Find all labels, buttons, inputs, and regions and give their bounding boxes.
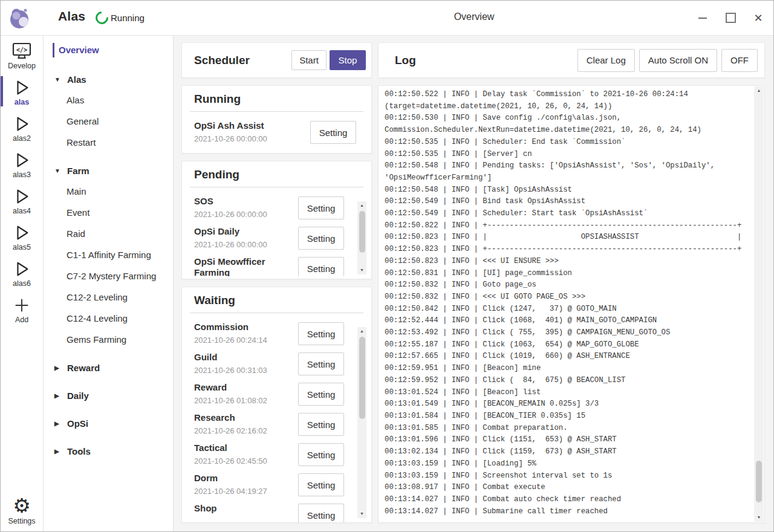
log-line: Commission.Scheduler.NextRun=datetime.da… [385, 125, 743, 137]
nav-item-event[interactable]: Event [44, 207, 173, 219]
minimize-button[interactable] [697, 13, 708, 24]
setting-button[interactable]: Setting [298, 322, 344, 345]
chevron-right-icon: ▶ [54, 448, 62, 455]
setting-button[interactable]: Setting [298, 257, 344, 276]
nav-item-c12-4-leveling[interactable]: C12-4 Leveling [44, 313, 173, 325]
setting-button[interactable]: Setting [298, 352, 344, 375]
nav-item-c12-2-leveling[interactable]: C12-2 Leveling [44, 291, 173, 303]
titlebar: Alas Running Overview ✕ [1, 1, 773, 36]
log-line: 00:13:03.159 | INFO | [Loading] 5% [385, 458, 743, 470]
app-window: Alas Running Overview ✕ </>Developalasal… [0, 0, 774, 532]
rail-item-alas3[interactable]: alas3 [1, 147, 43, 183]
scroll-up-icon[interactable]: ▲ [357, 328, 366, 335]
app-title: Alas [58, 9, 85, 24]
nav-section-daily[interactable]: ▶Daily [44, 389, 173, 401]
minimize-icon [698, 18, 707, 19]
clear-log-button[interactable]: Clear Log [577, 49, 635, 72]
task-name: Commission [194, 322, 267, 332]
nav-item-overview[interactable]: Overview [44, 43, 173, 57]
log-line: 00:13:14.027 | INFO | Submarine call tim… [385, 506, 743, 518]
rail-item-label: alas6 [13, 279, 31, 288]
log-scrollbar[interactable]: ▲ ▼ [754, 86, 764, 522]
nav-section-tools[interactable]: ▶Tools [44, 445, 173, 457]
task-info: OpSi Daily2021-10-26 00:00:00 [194, 226, 267, 249]
scroll-down-icon[interactable]: ▼ [357, 510, 366, 517]
task-next-run-time: 2021-10-26 02:16:02 [194, 426, 267, 435]
nav-item-general[interactable]: General [44, 115, 173, 128]
waiting-scrollbar[interactable]: ▲ ▼ [357, 327, 366, 518]
stop-button[interactable]: Stop [330, 50, 366, 70]
scheduler-panel: Scheduler Start Stop [181, 42, 372, 78]
setting-button[interactable]: Setting [298, 504, 344, 523]
nav-item-main[interactable]: Main [44, 186, 173, 198]
nav-item-restart[interactable]: Restart [44, 137, 173, 149]
log-line: 00:12:50.832 | INFO | <<< UI GOTO PAGE_O… [385, 291, 743, 303]
nav-section-opsi[interactable]: ▶OpSi [44, 417, 173, 429]
log-line: 00:12:50.832 | INFO | Goto page_os [385, 279, 743, 291]
nav-section-farm[interactable]: ▼Farm [44, 164, 173, 177]
rail-item-settings[interactable]: ⚙ Settings [1, 493, 43, 529]
pending-scrollbar[interactable]: ▲ ▼ [357, 201, 366, 274]
rail-item-label: alas4 [13, 207, 31, 215]
setting-button[interactable]: Setting [310, 121, 356, 144]
task-name: OpSi Ash Assist [194, 120, 267, 131]
nav-item-c7-2-mystery-farming[interactable]: C7-2 Mystery Farming [44, 270, 173, 282]
autoscroll-on-button[interactable]: Auto Scroll ON [639, 49, 717, 72]
nav-item-gems-farming[interactable]: Gems Farming [44, 334, 173, 346]
task-next-run-time: 2021-10-26 04:19:27 [194, 487, 267, 496]
rail-item-add[interactable]: Add [1, 292, 43, 328]
setting-button[interactable]: Setting [298, 383, 344, 406]
task-row: ShopSetting [182, 498, 371, 523]
scroll-up-icon[interactable]: ▲ [754, 87, 764, 94]
log-line: 00:13:02.134 | INFO | Click (1159, 673) … [385, 446, 743, 458]
log-line: 00:13:01.524 | INFO | [Beacon] list [385, 387, 743, 399]
setting-button[interactable]: Setting [298, 227, 344, 250]
setting-button[interactable]: Setting [298, 196, 344, 219]
task-next-run-time: 2021-10-26 00:31:03 [194, 366, 267, 375]
rail-item-alas2[interactable]: alas2 [1, 111, 43, 147]
nav-item-alas[interactable]: Alas [44, 94, 173, 106]
nav-section-reward[interactable]: ▶Reward [44, 362, 173, 374]
rail-item-label: alas5 [13, 243, 31, 251]
scroll-down-icon[interactable]: ▼ [754, 514, 764, 521]
scheduler-status: Running [96, 11, 145, 24]
nav-item-c1-1-affinity-farming[interactable]: C1-1 Affinity Farming [44, 249, 173, 261]
setting-button[interactable]: Setting [298, 473, 344, 496]
pending-title: Pending [194, 168, 359, 181]
scroll-down-icon[interactable]: ▼ [357, 267, 366, 274]
setting-button[interactable]: Setting [298, 443, 344, 466]
task-name: OpSi Daily [194, 226, 267, 237]
task-row: Tactical2021-10-26 02:45:50Setting [182, 438, 371, 468]
rail-item-alas4[interactable]: alas4 [1, 183, 43, 219]
log-line: 00:13:08.917 | INFO | Combat execute [385, 482, 743, 494]
scroll-up-icon[interactable]: ▲ [357, 202, 366, 209]
scrollbar-thumb[interactable] [359, 211, 365, 253]
rail-item-alas[interactable]: alas [1, 74, 43, 111]
task-info: OpSi Ash Assist2021-10-26 00:00:00 [194, 120, 267, 143]
pending-panel: Pending SOS2021-10-26 00:00:00SettingOpS… [181, 161, 372, 279]
log-line: 00:12:50.548 | INFO | [Task] OpsiAshAssi… [385, 184, 743, 196]
scrollbar-thumb[interactable] [359, 337, 365, 419]
chevron-right-icon: ▶ [54, 392, 62, 399]
log-line: 00:12:52.444 | INFO | Click (1068, 401) … [385, 315, 743, 327]
chevron-down-icon: ▼ [54, 167, 62, 174]
rail-item-alas6[interactable]: alas6 [1, 256, 43, 292]
maximize-button[interactable] [725, 13, 736, 24]
log-line: 00:12:57.665 | INFO | Click (1019, 660) … [385, 351, 743, 363]
rail-item-label: alas [15, 98, 29, 106]
log-line: 00:12:50.549 | INFO | Scheduler: Start t… [385, 208, 743, 220]
autoscroll-off-button[interactable]: OFF [721, 49, 758, 72]
task-info: Tactical2021-10-26 02:45:50 [194, 443, 267, 465]
rail-item-develop[interactable]: </>Develop [1, 38, 43, 74]
close-button[interactable]: ✕ [753, 13, 764, 24]
log-line: 00:13:01.596 | INFO | Click (1151, 653) … [385, 434, 743, 446]
scrollbar-thumb[interactable] [756, 461, 762, 502]
nav-section-alas[interactable]: ▼Alas [44, 73, 173, 85]
task-next-run-time: 2021-10-26 00:00:00 [194, 240, 267, 249]
start-button[interactable]: Start [291, 50, 327, 70]
log-line: 'OpsiMeowfficerFarming'] [385, 172, 743, 184]
nav-item-raid[interactable]: Raid [44, 228, 173, 240]
rail-item-alas5[interactable]: alas5 [1, 219, 43, 256]
task-name: OpSi Meowfficer Farming [194, 256, 294, 276]
setting-button[interactable]: Setting [298, 413, 344, 436]
